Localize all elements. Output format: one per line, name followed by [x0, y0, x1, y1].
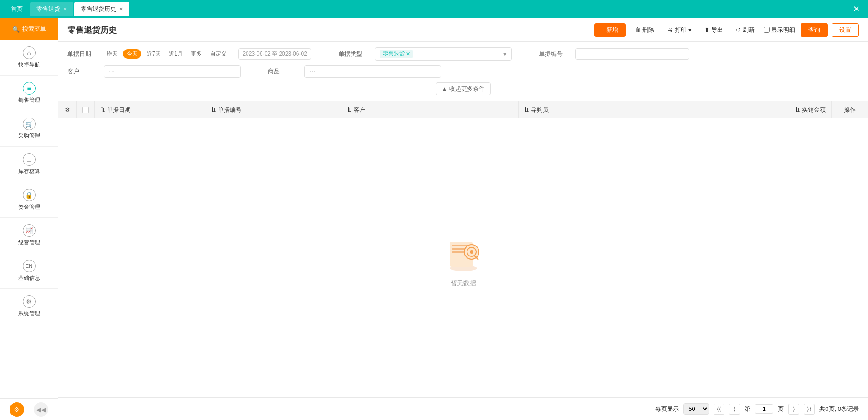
th-guide[interactable]: ⇅ 导购员 [519, 101, 654, 118]
tab-retail-return[interactable]: 零售退货 ✕ [30, 2, 73, 16]
tab-retail-return-history[interactable]: 零售退货历史 ✕ [74, 2, 129, 16]
date-filter-label: 单据日期 [67, 50, 95, 58]
close-window-button[interactable]: ✕ [849, 4, 863, 14]
last-page-button[interactable]: ⟩⟩ [804, 404, 815, 415]
sidebar-item-operations[interactable]: 📈 经营管理 [0, 218, 58, 253]
query-button[interactable]: 查询 [801, 23, 828, 37]
th-no[interactable]: ⇅ 单据编号 [205, 101, 341, 118]
th-no-label: ⇅ 单据编号 [211, 106, 241, 114]
page-size-select[interactable]: 50 10 20 100 [683, 403, 709, 415]
display-detail-label: 显示明细 [771, 26, 795, 34]
quick-nav-icon: ⌂ [23, 46, 36, 59]
settings-button[interactable]: ⚙ [10, 402, 24, 417]
print-icon: 🖨 [667, 26, 673, 33]
date-opt-today[interactable]: 今天 [123, 49, 141, 59]
tab-retail-return-close[interactable]: ✕ [63, 6, 67, 12]
customer-dots: ··· [109, 67, 115, 76]
sidebar-item-finance-label: 资金管理 [18, 203, 40, 211]
sidebar-item-system-mgmt[interactable]: ⚙ 系统管理 [0, 289, 58, 324]
display-toggle[interactable]: 显示明细 [764, 26, 795, 34]
sidebar-item-sales-mgmt[interactable]: ≡ 销售管理 [0, 76, 58, 111]
sidebar-item-operations-label: 经营管理 [18, 239, 40, 246]
date-opt-1month[interactable]: 近1月 [166, 49, 186, 59]
page-input[interactable] [755, 404, 773, 414]
sidebar-item-basic-info-label: 基础信息 [18, 274, 40, 282]
th-check[interactable] [77, 101, 95, 118]
print-button[interactable]: 🖨 打印 ▾ [663, 24, 695, 36]
date-opt-7days[interactable]: 近7天 [144, 49, 164, 59]
date-opt-custom[interactable]: 自定义 [207, 49, 229, 59]
sidebar-item-inventory-label: 库存核算 [18, 168, 40, 175]
date-range-display[interactable]: 2023-06-02 至 2023-06-02 [238, 48, 311, 60]
sidebar-item-purchase-mgmt[interactable]: 🛒 采购管理 [0, 111, 58, 147]
search-icon: 🔍 [12, 26, 20, 33]
sidebar-item-finance[interactable]: 🔒 资金管理 [0, 182, 58, 218]
sidebar-bottom: ⚙ ◀◀ [0, 398, 58, 420]
delete-button[interactable]: 🗑 删除 [631, 24, 658, 36]
goods-select[interactable]: ··· [304, 65, 441, 78]
header-checkbox[interactable] [82, 107, 89, 113]
customer-select[interactable]: ··· [104, 65, 241, 78]
next-page-button[interactable]: ⟩ [788, 404, 799, 415]
sidebar-item-inventory[interactable]: □ 库存核算 [0, 147, 58, 182]
page-unit: 页 [778, 405, 784, 413]
table-area: ⚙ ⇅ 单据日期 ⇅ 单据编号 ⇅ 客户 ⇅ 导购员 [58, 101, 868, 420]
delete-icon: 🗑 [635, 26, 641, 33]
table-body: 暂无数据 [58, 118, 868, 397]
display-detail-checkbox[interactable] [764, 27, 770, 33]
system-icon: ⚙ [23, 295, 36, 308]
tab-retail-return-history-label: 零售退货历史 [81, 5, 116, 13]
goods-filter-label: 商品 [268, 67, 295, 76]
tab-retail-return-history-close[interactable]: ✕ [119, 6, 123, 12]
type-tag-close[interactable]: ✕ [406, 51, 410, 57]
first-page-button[interactable]: ⟨⟨ [714, 404, 724, 415]
tab-retail-return-label: 零售退货 [36, 5, 60, 13]
type-tag: 零售退货 ✕ [380, 50, 413, 58]
date-opt-more[interactable]: 更多 [188, 49, 205, 59]
inventory-icon: □ [23, 153, 36, 166]
export-icon: ⬆ [704, 26, 709, 33]
th-action-label: 操作 [844, 106, 856, 114]
collapse-button[interactable]: ▲ 收起更多条件 [436, 82, 491, 95]
th-gear[interactable]: ⚙ [58, 101, 77, 118]
page-size-label: 每页显示 [655, 405, 679, 413]
th-customer-label: ⇅ 客户 [347, 106, 365, 114]
th-date-label: ⇅ 单据日期 [100, 106, 131, 114]
sidebar-item-quick-nav[interactable]: ⌂ 快捷导航 [0, 40, 58, 76]
number-input[interactable] [575, 48, 689, 60]
th-customer[interactable]: ⇅ 客户 [341, 101, 519, 118]
filter-area: 单据日期 昨天 今天 近7天 近1月 更多 自定义 2023-06-02 至 2… [58, 42, 868, 101]
operations-icon: 📈 [23, 224, 36, 237]
purchase-icon: 🛒 [23, 118, 36, 130]
sidebar-menu: ⌂ 快捷导航 ≡ 销售管理 🛒 采购管理 □ 库存核算 🔒 资金管理 📈 经营 [0, 40, 58, 398]
finance-icon: 🔒 [23, 189, 36, 201]
audio-button[interactable]: ◀◀ [34, 402, 48, 417]
prev-page-button[interactable]: ⟨ [729, 404, 740, 415]
new-button[interactable]: + 新增 [594, 23, 626, 37]
page-header: 零售退货历史 + 新增 🗑 删除 🖨 打印 ▾ ⬆ 导出 ↺ [58, 18, 868, 42]
sidebar-search[interactable]: 🔍 搜索菜单 [0, 18, 58, 40]
type-select[interactable]: 零售退货 ✕ ▾ [375, 47, 512, 61]
refresh-icon: ↺ [736, 26, 741, 33]
tab-home-label: 首页 [11, 5, 23, 13]
filter-row-1: 单据日期 昨天 今天 近7天 近1月 更多 自定义 2023-06-02 至 2… [67, 47, 859, 61]
sales-icon: ≡ [23, 82, 36, 95]
svg-rect-3 [452, 248, 466, 250]
svg-point-8 [470, 250, 473, 254]
number-filter-label: 单据编号 [539, 50, 566, 58]
th-guide-label: ⇅ 导购员 [524, 106, 549, 114]
th-amount-label: ⇅ 实销金额 [795, 106, 826, 114]
tab-home[interactable]: 首页 [5, 2, 29, 16]
setting-button[interactable]: 设置 [832, 23, 859, 37]
export-button[interactable]: ⬆ 导出 [701, 24, 727, 36]
sidebar-item-basic-info[interactable]: EN 基础信息 [0, 253, 58, 289]
th-date[interactable]: ⇅ 单据日期 [95, 101, 205, 118]
empty-illustration [441, 228, 486, 274]
collapse-icon: ▲ [442, 86, 447, 92]
pagination-area: 每页显示 50 10 20 100 ⟨⟨ ⟨ 第 页 ⟩ ⟩⟩ 共0页, 0条记… [58, 397, 868, 420]
date-opt-yesterday[interactable]: 昨天 [104, 49, 120, 59]
th-amount[interactable]: ⇅ 实销金额 [737, 101, 832, 118]
sidebar-search-label: 搜索菜单 [22, 25, 46, 33]
refresh-button[interactable]: ↺ 刷新 [732, 24, 758, 36]
page-label: 第 [745, 405, 750, 413]
